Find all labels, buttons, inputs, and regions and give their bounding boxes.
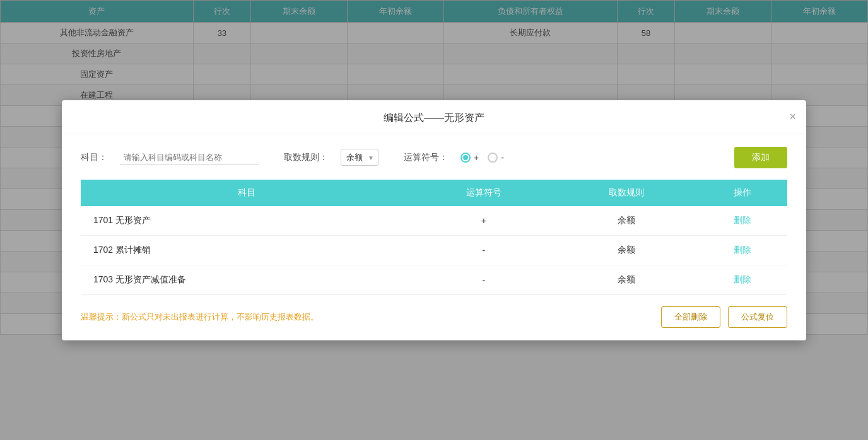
operator-plus-label: + <box>474 153 479 163</box>
row2-delete-link[interactable]: 删除 <box>734 245 751 255</box>
table-row: 1701 无形资产 + 余额 删除 <box>81 206 787 236</box>
operator-minus-label: - <box>501 153 504 163</box>
row3-action[interactable]: 删除 <box>697 265 787 294</box>
modal-footer: 温馨提示：新公式只对未出报表进行计算，不影响历史报表数据。 全部删除 公式复位 <box>62 295 806 340</box>
radio-plus-icon <box>460 153 471 163</box>
radio-minus-icon <box>488 153 498 163</box>
operator-label: 运算符号： <box>404 152 448 163</box>
subject-input[interactable] <box>120 150 259 165</box>
col-operator: 运算符号 <box>413 180 555 206</box>
modal-dialog: 编辑公式——无形资产 × 科目： 取数规则： 余额 ▼ 运算符号： <box>62 100 806 340</box>
col-rule: 取数规则 <box>555 180 698 206</box>
row3-subject: 1703 无形资产减值准备 <box>81 265 413 294</box>
reset-formula-button[interactable]: 公式复位 <box>728 306 787 328</box>
operator-radio-group: + - <box>460 153 504 163</box>
row3-operator: - <box>413 265 555 294</box>
modal-title: 编辑公式——无形资产 <box>384 112 484 123</box>
add-button[interactable]: 添加 <box>734 147 787 168</box>
close-icon[interactable]: × <box>789 111 796 122</box>
modal-body: 科目： 取数规则： 余额 ▼ 运算符号： + <box>62 134 806 295</box>
col-subject: 科目 <box>81 180 413 206</box>
row1-delete-link[interactable]: 删除 <box>734 215 751 225</box>
table-header-row: 科目 运算符号 取数规则 操作 <box>81 180 787 206</box>
delete-all-button[interactable]: 全部删除 <box>661 306 720 328</box>
rule-label: 取数规则： <box>284 152 328 163</box>
rule-select-wrap[interactable]: 余额 ▼ <box>341 149 378 166</box>
row2-action[interactable]: 删除 <box>697 235 787 265</box>
operator-plus-option[interactable]: + <box>460 153 479 163</box>
row1-subject: 1701 无形资产 <box>81 206 413 236</box>
row2-operator: - <box>413 235 555 265</box>
row3-delete-link[interactable]: 删除 <box>734 274 751 284</box>
formula-table: 科目 运算符号 取数规则 操作 1701 无形资产 + 余额 删除 1702 累… <box>81 180 787 295</box>
operator-minus-option[interactable]: - <box>488 153 504 163</box>
table-row: 1703 无形资产减值准备 - 余额 删除 <box>81 265 787 294</box>
table-row: 1702 累计摊销 - 余额 删除 <box>81 235 787 265</box>
form-row: 科目： 取数规则： 余额 ▼ 运算符号： + <box>81 147 787 168</box>
row1-action[interactable]: 删除 <box>697 206 787 236</box>
row3-rule: 余额 <box>555 265 698 294</box>
footer-tip: 温馨提示：新公式只对未出报表进行计算，不影响历史报表数据。 <box>81 311 319 323</box>
row2-rule: 余额 <box>555 235 698 265</box>
modal-overlay: 编辑公式——无形资产 × 科目： 取数规则： 余额 ▼ 运算符号： <box>0 0 868 440</box>
row1-rule: 余额 <box>555 206 698 236</box>
modal-header: 编辑公式——无形资产 × <box>62 100 806 134</box>
footer-buttons: 全部删除 公式复位 <box>661 306 787 328</box>
row2-subject: 1702 累计摊销 <box>81 235 413 265</box>
rule-select[interactable]: 余额 <box>341 149 378 166</box>
row1-operator: + <box>413 206 555 236</box>
col-action: 操作 <box>697 180 787 206</box>
subject-label: 科目： <box>81 152 107 163</box>
